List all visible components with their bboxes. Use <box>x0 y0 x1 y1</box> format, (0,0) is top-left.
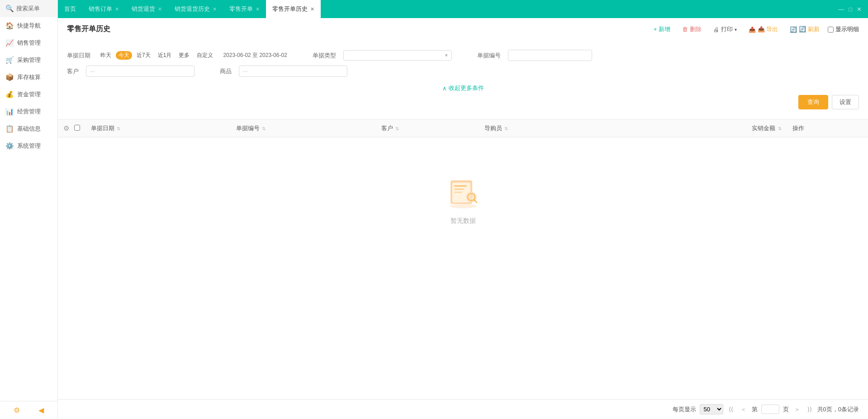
display-detail-checkbox[interactable] <box>828 27 834 33</box>
sidebar-search[interactable]: 🔍 搜索采单 <box>0 0 57 17</box>
prev-page-btn[interactable]: ＜ <box>739 405 748 414</box>
tab-sales-return-history-label: 销货退货历史 <box>175 5 210 13</box>
tab-sales-return[interactable]: 销货退货 ✕ <box>125 0 168 18</box>
first-page-btn[interactable]: ⟨⟨ <box>727 405 735 414</box>
tab-home[interactable]: 首页 <box>58 0 82 18</box>
th-date: 单据日期 ⇅ <box>85 120 231 137</box>
goods-select[interactable]: ··· <box>239 66 347 77</box>
th-num: 单据编号 ⇅ <box>231 120 376 137</box>
print-arrow: ▾ <box>735 27 737 32</box>
box-icon: 📦 <box>5 73 14 81</box>
collapse-filter-btn[interactable]: ∧ 收起更多条件 <box>442 84 484 92</box>
tab-retail-history[interactable]: 零售开单历史 ✕ <box>266 0 321 18</box>
table-wrapper: ⚙ 单据日期 ⇅ 单据编号 ⇅ 客户 <box>58 120 868 399</box>
per-page-select[interactable]: 10 20 50 100 <box>700 404 723 414</box>
home-icon: 🏠 <box>5 22 14 30</box>
table-settings-icon[interactable]: ⚙ <box>63 124 69 132</box>
date-btn-today[interactable]: 今天 <box>116 51 132 60</box>
tab-retail-open-close[interactable]: ✕ <box>256 6 260 12</box>
date-btn-yesterday[interactable]: 昨天 <box>98 51 114 60</box>
sidebar-item-label: 资金管理 <box>17 90 41 99</box>
sidebar-item-operations[interactable]: 📊 经营管理 <box>0 103 57 120</box>
settings-th: ⚙ <box>58 120 85 137</box>
table-header-row: ⚙ 单据日期 ⇅ 单据编号 ⇅ 客户 <box>58 120 868 137</box>
select-all-checkbox[interactable] <box>74 125 80 131</box>
search-icon: 🔍 <box>5 5 14 13</box>
sidebar-item-label: 经营管理 <box>17 108 41 116</box>
window-maximize-btn[interactable]: □ <box>849 6 852 13</box>
date-btn-more[interactable]: 更多 <box>176 51 192 60</box>
tab-sales-order-close[interactable]: ✕ <box>115 6 119 12</box>
tab-sales-return-close[interactable]: ✕ <box>158 6 162 12</box>
export-button[interactable]: 📤 📤 导出 <box>745 24 782 35</box>
tab-sales-return-label: 销货退货 <box>132 5 155 13</box>
display-detail-label: 显示明细 <box>835 25 859 33</box>
empty-state: 暂无数据 <box>58 137 868 261</box>
chart-icon: 📈 <box>5 39 14 47</box>
sidebar-item-sales-mgmt[interactable]: 📈 销售管理 <box>0 34 57 52</box>
sidebar-collapse-icon[interactable]: ◀ <box>38 406 44 414</box>
sidebar-search-label: 搜索采单 <box>16 5 40 13</box>
tab-retail-history-close[interactable]: ✕ <box>310 6 314 12</box>
delete-button[interactable]: 🗑 删除 <box>678 24 705 35</box>
clipboard-icon: 📋 <box>5 125 14 133</box>
sidebar-item-label: 库存核算 <box>17 73 41 81</box>
print-button[interactable]: 🖨 打印 ▾ <box>710 24 740 35</box>
th-amount: 实销金额 ⇅ <box>642 120 787 137</box>
collapse-label: 收起更多条件 <box>449 84 484 92</box>
add-button[interactable]: + 新增 <box>650 24 674 35</box>
toolbar: + 新增 🗑 删除 🖨 打印 ▾ 📤 📤 导出 🔄 🔄 刷新 <box>650 24 859 35</box>
window-close-btn[interactable]: ✕ <box>857 6 862 13</box>
th-customer-sort[interactable]: ⇅ <box>395 126 399 131</box>
topbar-window-controls: — □ ✕ <box>838 6 868 13</box>
order-type-select[interactable]: ▾ <box>343 50 452 61</box>
page-label: 第 <box>752 405 758 414</box>
order-num-input[interactable] <box>508 50 592 61</box>
tab-sales-order[interactable]: 销售订单 ✕ <box>82 0 125 18</box>
date-btn-7days[interactable]: 近7天 <box>134 51 153 60</box>
display-detail-toggle[interactable]: 显示明细 <box>828 25 859 33</box>
print-label: 打印 <box>721 25 733 33</box>
svg-rect-4 <box>454 188 464 190</box>
tab-sales-order-label: 销售订单 <box>89 5 112 13</box>
last-page-btn[interactable]: ⟩⟩ <box>806 405 814 414</box>
sidebar-item-finance[interactable]: 💰 资金管理 <box>0 86 57 103</box>
cart-icon: 🛒 <box>5 56 14 64</box>
th-date-sort[interactable]: ⇅ <box>117 126 120 131</box>
sidebar-settings-icon[interactable]: ⚙ <box>14 406 20 414</box>
sidebar-item-basic-info[interactable]: 📋 基础信息 <box>0 120 57 137</box>
refresh-label: 🔄 刷新 <box>799 25 820 33</box>
export-label: 📤 导出 <box>758 25 778 33</box>
current-page-input[interactable]: 1 <box>761 405 779 414</box>
sidebar-item-quick-nav[interactable]: 🏠 快捷导航 <box>0 17 57 34</box>
page-suffix: 页 <box>783 405 789 414</box>
report-icon: 📊 <box>5 108 14 116</box>
goods-dots: ··· <box>243 68 248 75</box>
filter-area: 单据日期 昨天 今天 近7天 近1月 更多 自定义 2023-06-02 至 2… <box>58 44 868 120</box>
svg-rect-5 <box>454 192 462 193</box>
tab-retail-open-label: 零售开单 <box>229 5 253 13</box>
filter-row-date: 单据日期 昨天 今天 近7天 近1月 更多 自定义 2023-06-02 至 2… <box>67 50 859 61</box>
sidebar-item-inventory[interactable]: 📦 库存核算 <box>0 69 57 86</box>
th-salesperson-sort[interactable]: ⇅ <box>504 126 508 131</box>
customer-select[interactable]: ··· <box>86 66 194 77</box>
query-button[interactable]: 查询 <box>798 95 828 109</box>
goods-label: 商品 <box>220 67 232 75</box>
window-minimize-btn[interactable]: — <box>838 6 844 13</box>
sidebar-item-label: 基础信息 <box>17 125 41 133</box>
sidebar-item-purchase-mgmt[interactable]: 🛒 采购管理 <box>0 52 57 69</box>
th-num-sort[interactable]: ⇅ <box>262 126 266 131</box>
tab-retail-open[interactable]: 零售开单 ✕ <box>223 0 266 18</box>
date-btn-1month[interactable]: 近1月 <box>155 51 175 60</box>
tab-sales-return-history[interactable]: 销货退货历史 ✕ <box>168 0 223 18</box>
date-btn-custom[interactable]: 自定义 <box>194 51 216 60</box>
next-page-btn[interactable]: ＞ <box>792 405 802 414</box>
tab-sales-return-history-close[interactable]: ✕ <box>213 6 217 12</box>
order-type-label: 单据类型 <box>313 52 336 60</box>
money-icon: 💰 <box>5 90 14 99</box>
th-amount-sort[interactable]: ⇅ <box>778 126 782 131</box>
refresh-button[interactable]: 🔄 🔄 刷新 <box>786 24 823 35</box>
sidebar-item-label: 系统管理 <box>17 142 41 150</box>
set-button[interactable]: 设置 <box>832 95 859 109</box>
sidebar-item-sys-mgmt[interactable]: ⚙️ 系统管理 <box>0 137 57 155</box>
